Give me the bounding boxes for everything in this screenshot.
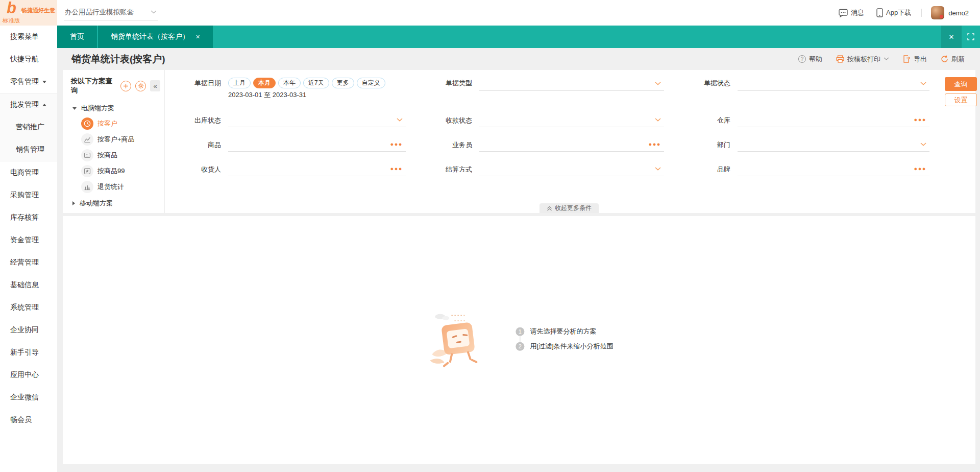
tree-group-pc[interactable]: 电脑端方案 bbox=[63, 101, 164, 115]
sidebar-item-quick-nav[interactable]: 快捷导航 bbox=[0, 48, 57, 70]
scheme-item-by-goods-99[interactable]: 按商品99 bbox=[63, 163, 164, 179]
scheme-settings-button[interactable] bbox=[135, 81, 146, 91]
field-label: 单据日期 bbox=[176, 78, 221, 89]
collapse-scheme-panel-button[interactable]: « bbox=[150, 80, 160, 91]
scheme-panel-title: 按以下方案查询 bbox=[71, 77, 116, 95]
export-icon bbox=[903, 55, 911, 63]
line-chart-icon bbox=[81, 133, 93, 146]
username[interactable]: demo2 bbox=[948, 9, 969, 17]
filter-row-2: 出库状态 收款状态 仓库 bbox=[176, 108, 929, 133]
sidebar-item-enterprise-collab[interactable]: 企业协同 bbox=[0, 319, 57, 341]
sidebar-nav: 搜索菜单 快捷导航 零售管理 批发管理 营销推广 销售管理 电商管理 采购管理 … bbox=[0, 26, 57, 472]
bar-chart-icon bbox=[81, 181, 93, 193]
brand-picker[interactable]: ●●● bbox=[738, 163, 929, 176]
date-quick-options: 上月 本月 本年 近7天 更多 自定义 bbox=[228, 78, 388, 88]
date-range-value[interactable]: 2023-03-01 至 2023-03-31 bbox=[228, 90, 388, 100]
account-set-selector[interactable]: 办公用品行业模拟账套 bbox=[64, 5, 158, 21]
sidebar-item-system-mgmt[interactable]: 系统管理 bbox=[0, 296, 57, 319]
outbound-status-select[interactable] bbox=[228, 114, 406, 127]
step-number-badge: 2 bbox=[516, 342, 524, 350]
toolbar: ? 帮助 按模板打印 导出 bbox=[785, 55, 965, 64]
sidebar-item-retail-mgmt[interactable]: 零售管理 bbox=[0, 70, 57, 93]
date-option-this-year[interactable]: 本年 bbox=[278, 78, 301, 88]
export-button[interactable]: 导出 bbox=[903, 55, 927, 64]
field-department: 部门 bbox=[685, 138, 929, 152]
fullscreen-icon[interactable] bbox=[962, 26, 980, 48]
brand-name: 畅捷通好生意 bbox=[21, 7, 55, 14]
date-option-custom[interactable]: 自定义 bbox=[357, 78, 385, 88]
query-button[interactable]: 查询 bbox=[945, 77, 977, 91]
scheme-item-by-goods[interactable]: 按商品 bbox=[63, 147, 164, 163]
brand-logo[interactable]: b✚ 畅捷通好生意 标准版 bbox=[0, 0, 57, 26]
field-payment-status: 收款状态 bbox=[427, 114, 685, 127]
scheme-item-by-customer-goods[interactable]: 按客户+商品 bbox=[63, 131, 164, 147]
refresh-button[interactable]: 刷新 bbox=[941, 55, 965, 64]
sidebar-item-basic-info[interactable]: 基础信息 bbox=[0, 274, 57, 296]
warehouse-picker[interactable]: ●●● bbox=[738, 114, 929, 127]
window-controls: ✕ bbox=[941, 26, 980, 48]
sidebar-item-ecommerce-mgmt[interactable]: 电商管理 bbox=[0, 161, 57, 184]
empty-mascot-illustration bbox=[425, 310, 492, 367]
sidebar-item-marketing[interactable]: 营销推广 bbox=[0, 116, 57, 138]
settlement-select[interactable] bbox=[479, 163, 664, 176]
empty-state: 1 请先选择要分析的方案 2 用[过滤]条件来缩小分析范围 bbox=[425, 310, 613, 367]
consignee-picker[interactable]: ●●● bbox=[228, 163, 406, 176]
scheme-item-by-customer[interactable]: 按客户 bbox=[63, 115, 164, 131]
field-warehouse: 仓库 ●●● bbox=[685, 114, 929, 127]
payment-status-select[interactable] bbox=[479, 114, 664, 127]
sidebar-item-purchase-mgmt[interactable]: 采购管理 bbox=[0, 184, 57, 206]
report-content-panel: 1 请先选择要分析的方案 2 用[过滤]条件来缩小分析范围 bbox=[63, 216, 975, 464]
add-scheme-button[interactable] bbox=[120, 81, 131, 91]
settings-button[interactable]: 设置 bbox=[945, 93, 977, 106]
sidebar-item-newbie-guide[interactable]: 新手引导 bbox=[0, 341, 57, 364]
messages-button[interactable]: 消息 bbox=[839, 8, 864, 17]
app-download-button[interactable]: App下载 bbox=[876, 8, 911, 17]
date-option-more[interactable]: 更多 bbox=[332, 78, 354, 88]
tab-sales-report-active[interactable]: 销货单统计表（按客户） ✕ bbox=[98, 26, 213, 48]
step-number-badge: 1 bbox=[516, 327, 524, 336]
field-settlement: 结算方式 bbox=[427, 163, 685, 176]
close-icon[interactable]: ✕ bbox=[941, 26, 962, 48]
field-doc-date: 单据日期 上月 本月 本年 近7天 更多 自定义 20 bbox=[176, 78, 427, 100]
sidebar-item-inventory-accounting[interactable]: 库存核算 bbox=[0, 206, 57, 229]
department-select[interactable] bbox=[738, 138, 929, 152]
date-option-last-month[interactable]: 上月 bbox=[228, 78, 251, 88]
close-tab-icon[interactable]: ✕ bbox=[195, 34, 200, 40]
chevron-down-icon bbox=[151, 10, 157, 14]
sidebar-item-chang-member[interactable]: 畅会员 bbox=[0, 409, 57, 431]
page-title: 销货单统计表(按客户) bbox=[71, 53, 165, 66]
body-area: 按以下方案查询 « bbox=[57, 70, 980, 472]
field-label: 单据状态 bbox=[685, 78, 730, 89]
scheme-item-returns-stats[interactable]: 退货统计 bbox=[63, 179, 164, 195]
date-option-this-month[interactable]: 本月 bbox=[253, 78, 276, 88]
printer-icon bbox=[836, 55, 844, 63]
salesman-picker[interactable]: ●●● bbox=[479, 138, 664, 152]
doc-status-select[interactable] bbox=[738, 78, 929, 91]
sidebar-item-wholesale-mgmt[interactable]: 批发管理 bbox=[0, 93, 57, 116]
sidebar-item-operation-mgmt[interactable]: 经营管理 bbox=[0, 251, 57, 274]
date-option-last-7-days[interactable]: 近7天 bbox=[303, 78, 329, 88]
tab-home[interactable]: 首页 bbox=[57, 26, 97, 48]
sidebar-item-sales-mgmt[interactable]: 销售管理 bbox=[0, 138, 57, 161]
sidebar-item-funds-mgmt[interactable]: 资金管理 bbox=[0, 229, 57, 251]
goods-picker[interactable]: ●●● bbox=[228, 138, 406, 152]
collapse-more-conditions-button[interactable]: 收起更多条件 bbox=[540, 203, 599, 213]
sidebar-item-wecom[interactable]: 企业微信 bbox=[0, 386, 57, 409]
clock-icon bbox=[81, 117, 93, 130]
field-label: 部门 bbox=[685, 139, 730, 151]
sidebar-item-search-menu[interactable]: 搜索菜单 bbox=[0, 26, 57, 48]
user-avatar[interactable] bbox=[931, 6, 944, 19]
help-button[interactable]: ? 帮助 bbox=[798, 55, 822, 64]
doc-type-select[interactable] bbox=[479, 78, 664, 91]
field-label: 出库状态 bbox=[176, 115, 221, 126]
chevron-down-icon bbox=[884, 57, 889, 61]
tab-bar: 首页 销货单统计表（按客户） ✕ ✕ bbox=[57, 26, 980, 48]
help-icon: ? bbox=[798, 55, 806, 63]
sidebar: b✚ 畅捷通好生意 标准版 搜索菜单 快捷导航 零售管理 批发管理 营销推广 销… bbox=[0, 0, 57, 472]
tree-group-mobile[interactable]: 移动端方案 bbox=[63, 196, 164, 210]
field-label: 收货人 bbox=[176, 164, 221, 175]
print-by-template-button[interactable]: 按模板打印 bbox=[836, 55, 889, 64]
plus-icon bbox=[123, 83, 129, 89]
field-goods: 商品 ●●● bbox=[176, 138, 427, 152]
sidebar-item-app-center[interactable]: 应用中心 bbox=[0, 364, 57, 386]
